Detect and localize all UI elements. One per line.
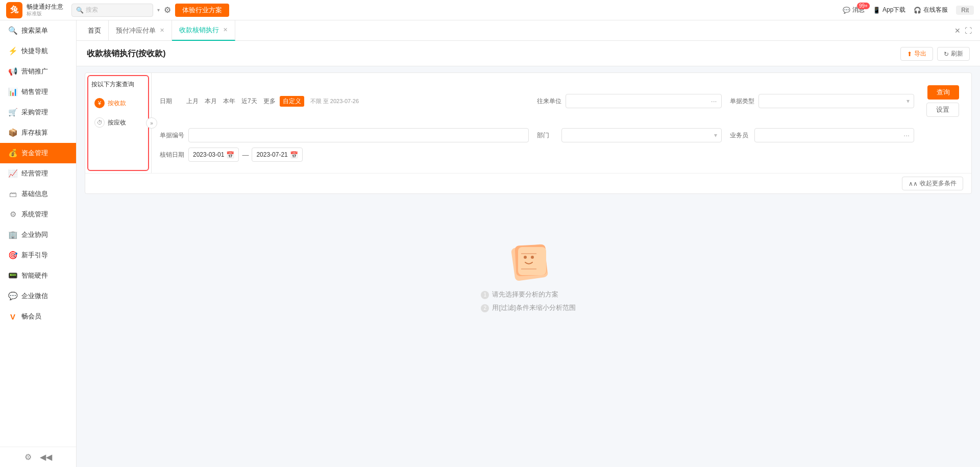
headset-icon: 🎧 [914,7,921,14]
search-dropdown-icon[interactable]: ▾ [157,7,160,13]
operations-icon: 📈 [8,169,17,178]
settings-icon[interactable]: ⚙ [164,5,171,15]
phone-icon: 📱 [873,7,880,14]
sidebar-item-operations[interactable]: 📈 经营管理 [0,163,76,184]
filter-row-2: 单据编号 部门 ▾ 业务员 [160,128,963,142]
filter-row-1: 日期 上月 本月 本年 近7天 更多 自定义 [160,79,963,123]
staff-field: 业务员 ··· [730,128,915,142]
filter-sidebar-title: 按以下方案查询 [85,78,151,93]
collapse-area: ∧∧ 收起更多条件 [85,173,971,193]
empty-state: 请先选择要分析的方案 用[过滤]条件来缩小分析范围 [77,200,980,345]
sidebar-item-guide[interactable]: 🎯 新手引导 [0,245,76,265]
close-tab-icon[interactable]: ✕ [954,27,961,35]
inventory-icon: 📦 [8,128,17,137]
date-btn-7days[interactable]: 近7天 [239,96,259,107]
tab-receipt-verify[interactable]: 收款核销执行 ✕ [172,20,235,41]
refresh-button[interactable]: ↻ 刷新 [937,47,970,61]
doc-type-select[interactable]: ▾ [758,94,915,108]
filter-option-by-receipt[interactable]: ¥ 按收款 [88,94,148,112]
staff-label: 业务员 [730,131,750,140]
partner-field: 往来单位 ··· [537,94,722,108]
sidebar: 🔍 搜索菜单 ⚡ 快捷导航 📢 营销推广 📊 销售管理 🛒 采购管理 📦 库存核… [0,20,77,467]
tabbar-right-controls: ✕ ⛶ [954,27,976,35]
page-actions: ⬆ 导出 ↻ 刷新 [900,47,970,61]
message-icon: 💬 [843,7,850,14]
doc-no-input[interactable] [188,128,529,142]
app-layout: 🔍 搜索菜单 ⚡ 快捷导航 📢 营销推广 📊 销售管理 🛒 采购管理 📦 库存核… [0,20,980,467]
page-header: 收款核销执行(按收款) ⬆ 导出 ↻ 刷新 [77,41,980,66]
message-badge: 99+ [857,3,870,9]
verify-date-end-input[interactable]: 2023-07-21 📅 [252,148,302,162]
svg-point-3 [524,256,527,259]
dept-select[interactable]: ▾ [561,128,722,142]
doc-no-label: 单据编号 [160,131,184,140]
date-btn-custom[interactable]: 自定义 [280,96,304,107]
refresh-icon: ↻ [944,51,949,58]
dept-label: 部门 [537,131,557,140]
sidebar-item-base-info[interactable]: 🗃 基础信息 [0,184,76,204]
filter-panel: 按以下方案查询 ¥ 按收款 ⏱ 按应收 » [85,72,972,194]
topbar-right: 💬 消息 99+ 📱 App下载 🎧 在线客服 Rit [843,6,974,15]
filter-panel-inner: 按以下方案查询 ¥ 按收款 ⏱ 按应收 » [85,73,971,173]
solution-button[interactable]: 体验行业方案 [175,4,229,17]
partner-label: 往来单位 [537,97,561,106]
empty-svg [503,231,559,287]
date-limit-info: 不限 至 2023-07-26 [310,97,359,105]
empty-hints: 请先选择要分析的方案 用[过滤]条件来缩小分析范围 [481,288,575,314]
date-btn-last-month[interactable]: 上月 [184,96,201,107]
partner-dots[interactable]: ··· [711,97,717,105]
sidebar-item-marketing[interactable]: 📢 营销推广 [0,61,76,82]
sidebar-item-system[interactable]: ⚙ 系统管理 [0,204,76,225]
sidebar-item-smart-hw[interactable]: 📟 智能硬件 [0,265,76,286]
tab-prepay[interactable]: 预付冲应付单 ✕ [109,20,172,41]
collapse-more-button[interactable]: ∧∧ 收起更多条件 [902,177,963,190]
query-button[interactable]: 查询 [927,85,959,100]
date-btn-this-month[interactable]: 本月 [203,96,219,107]
date-btn-more[interactable]: 更多 [261,96,278,107]
sidebar-item-finance[interactable]: 💰 资金管理 [0,143,76,163]
staff-dots[interactable]: ··· [903,131,910,139]
app-download-button[interactable]: 📱 App下载 [873,6,905,14]
search-icon: 🔍 [76,7,84,14]
sidebar-item-sales[interactable]: 📊 销售管理 [0,82,76,102]
sidebar-item-purchase[interactable]: 🛒 采购管理 [0,102,76,122]
filter-form: 日期 上月 本月 本年 近7天 更多 自定义 [152,73,971,173]
sidebar-item-member[interactable]: V 畅会员 [0,306,76,327]
dept-field: 部门 ▾ [537,128,722,142]
base-info-icon: 🗃 [8,190,17,199]
partner-select[interactable]: ··· [566,94,722,108]
by-receipt-icon: ¥ [94,98,105,108]
sidebar-item-inventory[interactable]: 📦 库存核算 [0,122,76,143]
tab-receipt-verify-close[interactable]: ✕ [223,27,228,33]
sidebar-item-enterprise[interactable]: 🏢 企业协同 [0,225,76,245]
maximize-icon[interactable]: ⛶ [965,27,972,35]
filter-sidebar-collapse[interactable]: » [146,117,157,129]
verify-date-field: 核销日期 2023-03-01 📅 — 2023-07-21 [160,148,963,162]
settings-button[interactable]: 设置 [926,103,959,117]
purchase-icon: 🛒 [8,108,17,117]
collapse-icon: ∧∧ [909,180,918,187]
user-menu[interactable]: Rit [956,6,974,15]
filter-row-3: 核销日期 2023-03-01 📅 — 2023-07-21 [160,148,963,162]
date-btn-this-year[interactable]: 本年 [221,96,237,107]
export-button[interactable]: ⬆ 导出 [900,47,933,61]
settings-bottom-icon[interactable]: ⚙ [24,452,32,462]
search-box[interactable]: 🔍 搜索 [71,4,153,17]
calendar-end-icon[interactable]: 📅 [290,151,298,159]
verify-date-start-input[interactable]: 2023-03-01 📅 [188,148,239,162]
message-button[interactable]: 💬 消息 99+ [843,6,865,14]
doc-no-field: 单据编号 [160,128,529,142]
sidebar-item-quick-nav[interactable]: ⚡ 快捷导航 [0,41,76,61]
svg-point-4 [531,256,534,259]
staff-select[interactable]: ··· [754,128,915,142]
collapse-sidebar-icon[interactable]: ◀◀ [40,452,52,462]
service-button[interactable]: 🎧 在线客服 [914,6,948,14]
sidebar-item-wechat[interactable]: 💬 企业微信 [0,286,76,306]
calendar-start-icon[interactable]: 📅 [226,151,234,159]
date-range-separator: — [242,151,249,159]
finance-icon: 💰 [8,149,17,158]
tab-home[interactable]: 首页 [81,20,109,41]
tab-prepay-close[interactable]: ✕ [160,27,164,34]
filter-option-by-receivable[interactable]: ⏱ 按应收 [88,113,148,132]
sidebar-item-search-menu[interactable]: 🔍 搜索菜单 [0,20,76,41]
